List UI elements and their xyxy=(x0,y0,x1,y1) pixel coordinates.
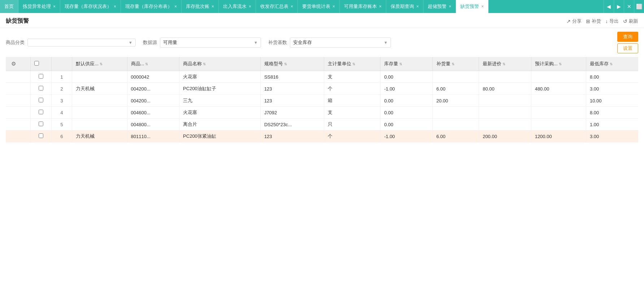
table-settings-gear-icon[interactable]: ⚙ xyxy=(9,60,17,68)
row-replenish-qty-0 xyxy=(432,71,479,83)
tab-next-btn[interactable]: ▶ xyxy=(614,0,624,13)
replenish-base-select[interactable]: 安全库存 ▼ xyxy=(290,37,391,48)
row-replenish-qty-4 xyxy=(432,119,479,131)
tab-overstock-close[interactable]: × xyxy=(449,4,451,9)
col-unit[interactable]: 主计量单位 ⇅ xyxy=(324,57,380,71)
col-spec[interactable]: 规格型号 ⇅ xyxy=(260,57,324,71)
col-checkbox xyxy=(30,57,51,71)
tab-inout-flow-close[interactable]: × xyxy=(249,4,251,9)
tab-home[interactable]: 首页 xyxy=(0,0,18,13)
row-replenish-qty-1: 6.00 xyxy=(432,83,479,95)
tab-receive-summary-close[interactable]: × xyxy=(291,4,293,9)
row-checkbox-3[interactable] xyxy=(39,110,43,114)
refresh-icon: ↺ xyxy=(623,18,627,24)
row-checkbox-2[interactable] xyxy=(39,98,43,102)
tab-available-ledger-close[interactable]: × xyxy=(379,4,382,9)
row-checkbox-0[interactable] xyxy=(39,74,43,79)
tab-abnormal[interactable]: 拣货异常处理 × xyxy=(18,0,60,13)
row-num-5: 6 xyxy=(51,131,72,142)
row-checkbox-cell-1[interactable] xyxy=(30,83,51,95)
tab-close-btn[interactable]: ✕ xyxy=(624,0,634,13)
replenish-button[interactable]: ⊞ 补货 xyxy=(586,18,601,25)
row-checkbox-cell-0[interactable] xyxy=(30,71,51,83)
table-header-row: ⚙ 默认供应... ⇅ 商品... xyxy=(6,57,638,71)
col-product-name-label: 商品名称 xyxy=(183,61,202,67)
tab-expiry-query-close[interactable]: × xyxy=(416,4,419,9)
table-row: 5 004800... 离合片 DS250*23c... 只 0.00 1.00 xyxy=(6,119,638,131)
row-product-code-4: 004800... xyxy=(127,119,179,131)
tab-available-ledger[interactable]: 可用量库存账本 × xyxy=(340,0,386,13)
page-header: 缺货预警 ↗ 分享 ⊞ 补货 ↓ 导出 ↺ 刷新 xyxy=(0,13,644,28)
col-default-supplier-label: 默认供应... xyxy=(76,61,99,67)
row-product-code-5: 801110... xyxy=(127,131,179,142)
table-container: ⚙ 默认供应... ⇅ 商品... xyxy=(0,57,644,142)
tab-batch-account-close[interactable]: × xyxy=(212,4,214,9)
row-stock-1: -1.00 xyxy=(380,83,433,95)
export-label: 导出 xyxy=(609,18,619,25)
col-min-stock[interactable]: 最低库存 ⇅ xyxy=(586,57,638,71)
tab-order-stats-label: 要货单统计表 xyxy=(302,3,330,10)
row-checkbox-cell-5[interactable] xyxy=(30,131,51,142)
replenish-base-select-arrow-icon: ▼ xyxy=(384,40,388,45)
tab-overstock[interactable]: 超储预警 × xyxy=(423,0,456,13)
tab-prev-btn[interactable]: ◀ xyxy=(604,0,614,13)
col-min-stock-label: 最低库存 xyxy=(590,61,609,67)
row-unit-2: 箱 xyxy=(324,95,380,107)
row-spec-5: 123 xyxy=(260,131,324,142)
tab-shortage[interactable]: 缺货预警 × xyxy=(456,0,488,13)
page-title: 缺货预警 xyxy=(6,17,29,25)
settings-button[interactable]: 设置 xyxy=(617,43,638,53)
query-button[interactable]: 查询 xyxy=(617,32,638,42)
row-gear-cell-4 xyxy=(6,119,30,131)
col-product-name[interactable]: 商品名称 ⇅ xyxy=(179,57,261,71)
tab-inventory-status-close[interactable]: × xyxy=(114,4,116,9)
row-supplier-3 xyxy=(72,107,127,119)
row-num-1: 2 xyxy=(51,83,72,95)
tab-order-stats[interactable]: 要货单统计表 × xyxy=(298,0,340,13)
col-stock[interactable]: 库存量 ⇅ xyxy=(380,57,433,71)
col-product-code[interactable]: 商品... ⇅ xyxy=(127,57,179,71)
row-checkbox-4[interactable] xyxy=(39,122,43,126)
tab-inventory-dist-close[interactable]: × xyxy=(174,4,177,9)
row-checkbox-1[interactable] xyxy=(39,86,43,90)
row-replenish-qty-5: 6.00 xyxy=(432,131,479,142)
row-checkbox-5[interactable] xyxy=(39,133,43,138)
refresh-button[interactable]: ↺ 刷新 xyxy=(623,18,638,25)
filter-actions: 查询 设置 xyxy=(617,32,638,53)
row-est-purchase-2 xyxy=(531,95,586,107)
tab-shortage-close[interactable]: × xyxy=(481,4,484,9)
row-gear-cell-3 xyxy=(6,107,30,119)
tab-expiry-query[interactable]: 保质期查询 × xyxy=(386,0,423,13)
tab-batch-account[interactable]: 库存批次账 × xyxy=(182,0,219,13)
row-checkbox-cell-2[interactable] xyxy=(30,95,51,107)
export-button[interactable]: ↓ 导出 xyxy=(605,18,619,25)
row-min-stock-0: 8.00 xyxy=(586,71,638,83)
tab-maximize-btn[interactable]: ⬜ xyxy=(634,0,644,13)
share-button[interactable]: ↗ 分享 xyxy=(566,18,582,25)
tab-inventory-dist[interactable]: 现存量（库存分布表） × xyxy=(121,0,182,13)
row-num-2: 3 xyxy=(51,95,72,107)
category-select[interactable]: ▼ xyxy=(27,39,136,47)
tab-inout-flow[interactable]: 出入库流水 × xyxy=(219,0,256,13)
select-all-checkbox[interactable] xyxy=(34,61,39,66)
row-min-stock-3: 8.00 xyxy=(586,107,638,119)
row-checkbox-cell-3[interactable] xyxy=(30,107,51,119)
tab-receive-summary[interactable]: 收发存汇总表 × xyxy=(256,0,298,13)
tab-inventory-status[interactable]: 现存量（库存状况表） × xyxy=(60,0,121,13)
datasource-select[interactable]: 可用量 ▼ xyxy=(160,37,261,48)
tab-order-stats-close[interactable]: × xyxy=(332,4,335,9)
col-replenish-qty[interactable]: 补货量 ⇅ xyxy=(432,57,479,71)
row-product-code-2: 004200... xyxy=(127,95,179,107)
filter-bar: 商品分类 ▼ 数据源 可用量 ▼ 补货基数 安全库存 ▼ 查询 设置 xyxy=(0,28,644,57)
col-default-supplier[interactable]: 默认供应... ⇅ xyxy=(72,57,127,71)
col-product-name-sort-icon: ⇅ xyxy=(203,62,206,66)
col-est-purchase[interactable]: 预计采购... ⇅ xyxy=(531,57,586,71)
col-spec-sort-icon: ⇅ xyxy=(284,62,287,66)
row-latest-price-3 xyxy=(479,107,531,119)
row-est-purchase-0 xyxy=(531,71,586,83)
datasource-select-arrow-icon: ▼ xyxy=(254,40,258,45)
tab-abnormal-label: 拣货异常处理 xyxy=(23,3,51,10)
row-checkbox-cell-4[interactable] xyxy=(30,119,51,131)
tab-abnormal-close[interactable]: × xyxy=(53,4,56,9)
col-latest-price[interactable]: 最新进价 ⇅ xyxy=(479,57,531,71)
